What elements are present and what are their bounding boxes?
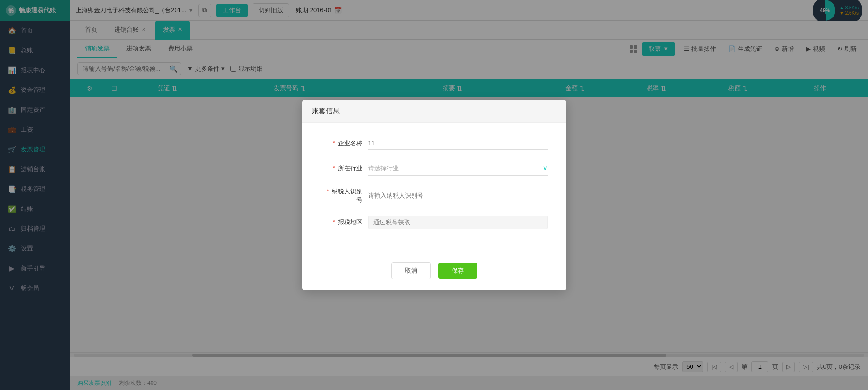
company-name-input[interactable]: [368, 137, 548, 150]
required-star: *: [333, 165, 335, 172]
required-star: *: [333, 218, 335, 225]
required-star: *: [333, 140, 335, 147]
required-star: *: [327, 188, 329, 195]
tax-region-label: * 报税地区: [321, 218, 368, 226]
company-name-label: * 企业名称: [321, 139, 368, 148]
save-button[interactable]: 保存: [438, 263, 477, 279]
form-row-tax-region: * 报税地区: [321, 216, 548, 229]
tax-id-label: * 纳税人识别号: [321, 187, 368, 204]
modal-title: 账套信息: [302, 100, 566, 123]
form-row-tax-id: * 纳税人识别号: [321, 187, 548, 204]
industry-placeholder: 请选择行业: [368, 164, 399, 173]
modal-body: * 企业名称 * 所在行业 请选择行业 ∨ *: [302, 123, 566, 255]
tax-id-input[interactable]: [368, 189, 548, 202]
cancel-button[interactable]: 取消: [391, 262, 431, 279]
tax-region-input: [368, 216, 548, 229]
modal-footer: 取消 保存: [302, 255, 566, 290]
account-info-modal: 账套信息 * 企业名称 * 所在行业 请选择行业 ∨: [302, 100, 566, 290]
modal-overlay: 账套信息 * 企业名称 * 所在行业 请选择行业 ∨: [0, 0, 868, 390]
industry-chevron-icon: ∨: [543, 165, 548, 172]
industry-select[interactable]: 请选择行业 ∨: [368, 161, 548, 176]
form-row-industry: * 所在行业 请选择行业 ∨: [321, 161, 548, 176]
industry-label: * 所在行业: [321, 164, 368, 173]
form-row-company: * 企业名称: [321, 137, 548, 150]
